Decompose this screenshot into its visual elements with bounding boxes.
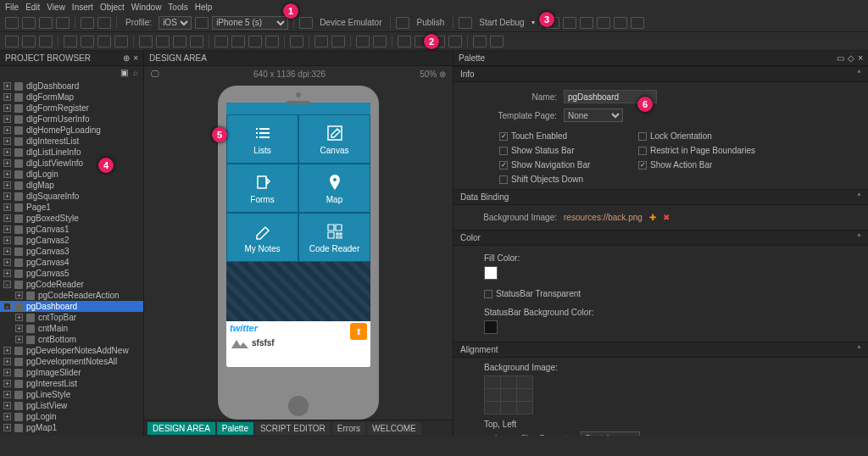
expand-icon[interactable]: + <box>15 336 23 343</box>
fillcolor-swatch[interactable] <box>484 266 498 280</box>
menu-insert[interactable]: Insert <box>72 3 93 12</box>
expand-icon[interactable]: - <box>3 303 11 310</box>
expand-icon[interactable]: + <box>3 391 11 398</box>
emulator-icon[interactable] <box>299 17 313 29</box>
t2-10[interactable] <box>173 36 186 47</box>
expand-icon[interactable]: + <box>3 214 11 222</box>
zoom-icon[interactable]: ⊕ <box>439 70 446 79</box>
tile-code-reader[interactable]: Code Reader <box>298 213 370 262</box>
saveall-icon[interactable] <box>56 17 70 29</box>
t2-17[interactable] <box>314 36 328 47</box>
expand-icon[interactable]: + <box>3 413 11 420</box>
info-head[interactable]: Info <box>460 70 475 79</box>
t2-11[interactable] <box>190 36 203 47</box>
t2-16[interactable] <box>290 36 303 47</box>
device-select[interactable]: iPhone 5 (s) <box>212 16 288 30</box>
expand-icon[interactable]: + <box>3 148 11 156</box>
expand-icon[interactable]: + <box>3 203 11 211</box>
expand-icon[interactable]: + <box>3 126 11 134</box>
expand-icon[interactable]: + <box>3 236 11 244</box>
pb-collapse-icon[interactable]: ▣ <box>120 68 128 77</box>
tree-item-pgLineStyle[interactable]: +pgLineStyle <box>0 389 143 400</box>
menu-file[interactable]: File <box>5 3 19 12</box>
t2-14[interactable] <box>248 36 262 47</box>
expand-icon[interactable]: + <box>3 247 11 255</box>
footer-tab-welcome[interactable]: WELCOME <box>367 422 421 435</box>
chevron-up-icon[interactable]: ˄ <box>857 345 861 354</box>
project-tree[interactable]: +dlgDashboard+dlgFormMap+dlgFormRegister… <box>0 79 143 436</box>
expand-icon[interactable]: - <box>3 281 11 288</box>
tree-item-cntBottom[interactable]: +cntBottom <box>0 334 143 345</box>
pal-pin-icon[interactable]: ◇ <box>848 53 854 63</box>
expand-icon[interactable]: + <box>3 347 11 354</box>
tree-item-dlgDashboard[interactable]: +dlgDashboard <box>0 81 143 92</box>
expand-icon[interactable]: + <box>3 115 11 123</box>
debug-label[interactable]: Start Debug <box>479 18 524 27</box>
tree-item-pgDevelopmentNotesAll[interactable]: +pgDevelopmentNotesAll <box>0 356 143 367</box>
tree-item-pgCanvas5[interactable]: +pgCanvas5 <box>0 268 143 279</box>
tree-item-pgDashboard[interactable]: -pgDashboard <box>0 301 143 312</box>
publish-icon[interactable] <box>396 17 409 29</box>
tree-item-pgListView[interactable]: +pgListView <box>0 400 143 411</box>
tree-item-pgCanvas2[interactable]: +pgCanvas2 <box>0 235 143 246</box>
checkbox[interactable] <box>638 147 647 155</box>
menu-tools[interactable]: Tools <box>168 3 187 12</box>
tree-item-dlgInterestList[interactable]: +dlgInterestList <box>0 136 143 147</box>
expand-icon[interactable]: + <box>3 82 11 90</box>
tree-item-pgCanvas4[interactable]: +pgCanvas4 <box>0 257 143 268</box>
footer-tab-palette[interactable]: Palette <box>217 422 253 435</box>
open-icon[interactable] <box>22 17 36 29</box>
expand-icon[interactable]: + <box>3 259 11 266</box>
footer-tab-scripteditor[interactable]: SCRIPT EDITOR <box>255 422 331 435</box>
t2-12[interactable] <box>214 36 228 47</box>
expand-icon[interactable]: + <box>3 137 11 145</box>
t2-7[interactable] <box>114 36 128 47</box>
tile-lists[interactable]: Lists <box>226 114 298 164</box>
tree-item-dlgListLineInfo[interactable]: +dlgListLineInfo <box>0 147 143 158</box>
tree-item-dlgListViewInfo[interactable]: +dlgListViewInfo <box>0 158 143 169</box>
gear-icon[interactable] <box>473 36 487 47</box>
tree-item-pgCodeReader[interactable]: -pgCodeReader <box>0 279 143 290</box>
zoom-level[interactable]: 50% <box>420 70 437 79</box>
upload-icon[interactable]: ⬆ <box>350 323 367 340</box>
t2-18[interactable] <box>331 36 345 47</box>
tree-item-pgMap1[interactable]: +pgMap1 <box>0 422 143 433</box>
expand-icon[interactable]: + <box>3 159 11 167</box>
expand-icon[interactable]: + <box>3 358 11 365</box>
tile-map[interactable]: Map <box>298 164 370 213</box>
checkbox[interactable] <box>499 147 508 155</box>
t2-9[interactable] <box>156 36 170 47</box>
tree-item-Page1[interactable]: +Page1 <box>0 202 143 213</box>
undo-icon[interactable] <box>81 17 94 29</box>
device-screen[interactable]: ListsCanvasFormsMapMy NotesCode Reader t… <box>226 103 370 367</box>
globe-icon[interactable] <box>490 36 504 47</box>
device-icon[interactable] <box>195 17 209 29</box>
expand-icon[interactable]: + <box>3 192 11 200</box>
emulator-label[interactable]: Device Emulator <box>320 18 381 27</box>
tile-forms[interactable]: Forms <box>226 164 298 213</box>
tree-item-dlgFormUserInfo[interactable]: +dlgFormUserInfo <box>0 114 143 125</box>
expand-icon[interactable]: + <box>15 292 23 299</box>
t2-3[interactable] <box>39 36 53 47</box>
menu-view[interactable]: View <box>47 3 65 12</box>
stepout-icon[interactable] <box>631 17 644 29</box>
stepin-icon[interactable] <box>614 17 627 29</box>
tree-item-dlgFormRegister[interactable]: +dlgFormRegister <box>0 103 143 114</box>
expand-icon[interactable]: + <box>15 314 23 321</box>
menu-help[interactable]: Help <box>195 3 213 12</box>
tree-item-pgBoxedStyle[interactable]: +pgBoxedStyle <box>0 213 143 224</box>
checkbox[interactable]: ✓ <box>499 161 508 170</box>
pb-pin-icon[interactable]: ⊕ <box>123 53 130 63</box>
add-bgimage-icon[interactable]: ✚ <box>649 213 656 222</box>
t2-4[interactable] <box>64 36 77 47</box>
tile-canvas[interactable]: Canvas <box>298 114 370 164</box>
pb-close-icon[interactable]: × <box>133 53 138 63</box>
screen-icon[interactable]: 🖵 <box>151 70 159 79</box>
expand-icon[interactable]: + <box>3 104 11 112</box>
footer-tab-errors[interactable]: Errors <box>332 422 365 435</box>
chevron-up-icon[interactable]: ˄ <box>857 192 861 202</box>
profile-select[interactable]: iOS <box>159 16 192 30</box>
remove-bgimage-icon[interactable]: ✖ <box>663 213 670 222</box>
t2-20[interactable] <box>373 36 387 47</box>
tree-item-pgCodeReaderAction[interactable]: +pgCodeReaderAction <box>0 290 143 301</box>
